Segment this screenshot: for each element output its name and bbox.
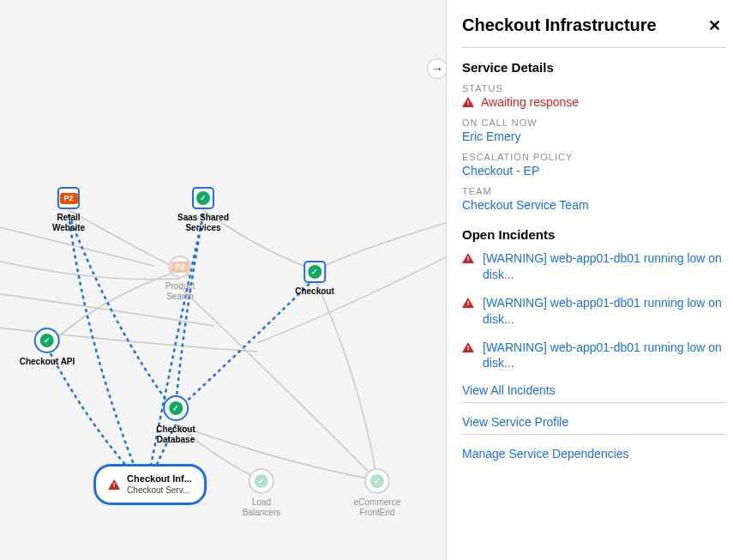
panel-title: Checkout Infrastructure: [462, 15, 657, 35]
incident-item[interactable]: [WARNING] web-app01-db01 running low on …: [462, 340, 733, 372]
status-ok-icon: ✓: [364, 468, 390, 494]
warning-icon: [462, 253, 474, 263]
priority-badge: P2: [57, 187, 80, 209]
priority-badge: P2: [169, 256, 191, 278]
node-saas-shared-services[interactable]: ✓ Saas Shared Services: [177, 187, 229, 233]
label-status: STATUS: [462, 83, 733, 93]
label-team: TEAM: [462, 186, 733, 196]
node-product-search[interactable]: P2 Product Search: [165, 256, 195, 302]
incident-item[interactable]: [WARNING] web-app01-db01 running low on …: [462, 295, 733, 328]
node-checkout-api[interactable]: ✓ Checkout API: [20, 328, 75, 367]
node-checkout-database[interactable]: ✓ Checkout Database: [156, 395, 195, 445]
status-value: Awaiting response: [462, 95, 733, 109]
node-ecommerce-frontend[interactable]: ✓ eCommerce FrontEnd: [354, 468, 400, 518]
label-on-call: ON CALL NOW: [462, 117, 733, 128]
view-all-incidents-link[interactable]: View All Incidents: [462, 383, 733, 397]
manage-dependencies-link[interactable]: Manage Service Dependencies: [462, 447, 726, 461]
status-ok-icon: ✓: [249, 468, 274, 494]
node-load-balancers[interactable]: ✓ Load Balancers: [243, 468, 280, 518]
service-details-panel: Checkout Infrastructure ✕ Service Detail…: [446, 0, 733, 560]
label-escalation: ESCALATION POLICY: [462, 152, 733, 162]
close-icon: ✕: [708, 17, 721, 34]
status-ok-icon: ✓: [192, 187, 214, 209]
warning-icon: [462, 342, 474, 352]
section-service-details: Service Details: [462, 60, 733, 75]
node-retail-website[interactable]: P2 Retail Website: [52, 187, 85, 233]
status-ok-icon: ✓: [303, 261, 326, 283]
arrow-right-icon: →: [431, 62, 443, 75]
status-ok-icon: ✓: [163, 395, 189, 421]
warning-icon: [462, 97, 474, 107]
service-graph-canvas[interactable]: P2 Retail Website ✓ Saas Shared Services…: [0, 0, 446, 560]
close-button[interactable]: ✕: [708, 16, 721, 35]
view-service-profile-link[interactable]: View Service Profile: [462, 415, 726, 429]
warning-icon: [108, 479, 120, 490]
escalation-policy-link[interactable]: Checkout - EP: [462, 164, 733, 178]
collapse-panel-button[interactable]: →: [427, 58, 446, 79]
node-checkout[interactable]: ✓ Checkout: [295, 261, 334, 297]
node-checkout-infrastructure-selected[interactable]: Checkout Inf... Checkout Serv...: [93, 464, 207, 505]
status-ok-icon: ✓: [34, 328, 60, 353]
on-call-link[interactable]: Eric Emery: [462, 129, 733, 143]
warning-icon: [462, 298, 474, 308]
incident-item[interactable]: [WARNING] web-app01-db01 running low on …: [462, 250, 733, 283]
team-link[interactable]: Checkout Service Team: [462, 198, 733, 212]
section-open-incidents: Open Incidents: [462, 227, 733, 242]
